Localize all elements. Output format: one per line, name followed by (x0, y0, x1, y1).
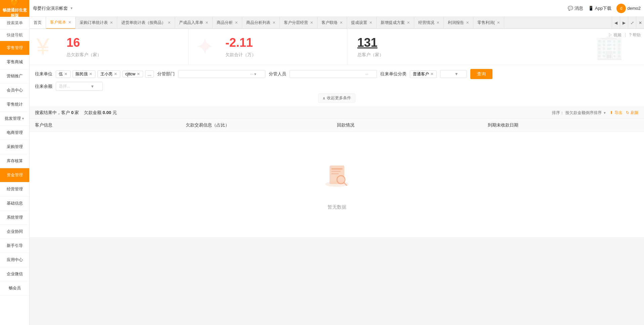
sidebar-logo: 🧡 畅捷通好生意 标版 (0, 0, 29, 17)
balance-filter-select[interactable]: 选择... ▼ (56, 82, 103, 91)
sidebar-item-purchase-mgmt[interactable]: 采购管理 (0, 140, 29, 154)
sort-value: 按欠款金额倒序排序 (565, 110, 602, 116)
user-name: demo2 (627, 6, 641, 11)
sidebar-item-enterprise-coop[interactable]: 企业协同 (0, 225, 29, 239)
tab-product-analysis-list[interactable]: 商品分析列表 ✕ (242, 17, 280, 29)
sidebar-item-app-center[interactable]: 应用中心 (0, 253, 29, 267)
table-header-due-date: 到期未收款日期 (488, 122, 639, 128)
empty-text-label: 暂无数据 (328, 204, 346, 210)
sidebar-quick-nav[interactable]: 快捷导航 (0, 30, 29, 41)
sidebar-item-ops-mgmt[interactable]: 经营管理 (0, 182, 29, 196)
tabbar-arrows: ◀ ▶ ⤢ ✕ (612, 17, 644, 29)
export-icon: ⬆ (610, 110, 613, 115)
filter-tags-more[interactable]: ... (145, 70, 154, 78)
sidebar-item-vip-member[interactable]: 畅会员 (0, 281, 29, 295)
sidebar-item-retail-mgmt[interactable]: 零售管理 (0, 41, 29, 55)
help-btn[interactable]: ? 帮助 (629, 32, 641, 38)
tag-wang-close[interactable]: ✕ (114, 72, 117, 76)
tab-raise-settings[interactable]: 提成设置 ✕ (347, 17, 377, 29)
dept-filter-dropdown[interactable]: ··· ▼ (178, 70, 265, 78)
results-debt-value: 0.00 (103, 110, 111, 115)
video-btn[interactable]: ▷ 视频 (608, 32, 621, 38)
tag-wu-label: 伍 (59, 71, 63, 77)
tab-close-raise-settings[interactable]: ✕ (369, 21, 372, 25)
sidebar-item-retail-mall[interactable]: 零售商城 (0, 55, 29, 69)
tab-product-inbound[interactable]: 产成品入库单 ✕ (175, 17, 213, 29)
tab-stock-stats[interactable]: 进货单统计表（按商品） ✕ (117, 17, 175, 29)
sidebar-item-finance-mgmt[interactable]: 资金管理 (0, 168, 29, 182)
sidebar-item-enterprise-wechat[interactable]: 企业微信 (0, 267, 29, 281)
person-filter-dropdown[interactable]: ··· (290, 70, 377, 78)
stat-card-right: 🏢 131 总客户（家） ▷ 视频 | ? 帮助 (347, 29, 644, 65)
sidebar-item-new-guide[interactable]: 新手引导 (0, 239, 29, 253)
tab-close-purchase-order[interactable]: ✕ (110, 21, 113, 25)
app-download-btn[interactable]: 📱 App下载 (588, 5, 611, 11)
sidebar-search-menu[interactable]: 搜索菜单 (0, 17, 29, 30)
tab-product-analysis[interactable]: 商品分析 ✕ (213, 17, 242, 29)
tab-close-product-analysis[interactable]: ✕ (235, 21, 238, 25)
demo-selector[interactable]: 母婴行业演示帐套 ▼ (33, 5, 73, 11)
tab-home-label: 首页 (34, 20, 42, 26)
tab-close-customer-book[interactable]: ✕ (68, 20, 71, 25)
tag-normal-customer-close[interactable]: ✕ (430, 72, 434, 76)
tag-normal-customer-label: 普通客户 (413, 71, 429, 77)
customers-bg-icon: ¥ (36, 33, 49, 60)
tab-customer-tier[interactable]: 客户分层经营 ✕ (280, 17, 317, 29)
tag-wu-close[interactable]: ✕ (64, 72, 68, 76)
user-menu[interactable]: d demo2 (616, 4, 641, 13)
query-button[interactable]: 查询 (470, 69, 492, 79)
tab-close-new-raise-plan[interactable]: ✕ (407, 21, 410, 25)
total-customers-right-label: 总客户（家） (357, 52, 634, 58)
tab-close-stock-stats[interactable]: ✕ (168, 21, 171, 25)
sidebar-item-inventory[interactable]: 库存核算 (0, 154, 29, 168)
tab-expand[interactable]: ⤢ (628, 17, 636, 29)
tab-profit-report[interactable]: 利润报告 ✕ (444, 17, 473, 29)
table-header-customer-info: 客户信息 (35, 122, 186, 128)
filter-tag-wu: 伍 ✕ (56, 70, 71, 78)
tab-new-raise-plan[interactable]: 新增提成方案 ✕ (377, 17, 414, 29)
topbar-right: 💬 消息 📱 App下载 d demo2 (568, 4, 641, 13)
tab-close-product-inbound[interactable]: ✕ (205, 21, 208, 25)
main-area: 母婴行业演示帐套 ▼ 💬 消息 📱 App下载 d demo2 首页 客户账本 … (30, 0, 644, 325)
chevron-down-icon: ▼ (22, 117, 25, 120)
tab-customer-contact[interactable]: 客户联络 ✕ (317, 17, 347, 29)
tab-close-business-situation[interactable]: ✕ (436, 21, 439, 25)
tab-purchase-order[interactable]: 采购订单统计表 ✕ (76, 17, 117, 29)
sidebar-item-retail-stats[interactable]: 零售统计 (0, 98, 29, 112)
export-label: 导出 (614, 110, 622, 116)
tab-home[interactable]: 首页 (30, 17, 46, 29)
tab-close-profit-report[interactable]: ✕ (466, 21, 469, 25)
tab-close-retail-profit[interactable]: ✕ (497, 21, 500, 25)
sidebar-item-basic-info[interactable]: 基础信息 (0, 196, 29, 211)
tab-close-product-analysis-list[interactable]: ✕ (272, 21, 275, 25)
tab-scroll-left[interactable]: ◀ (612, 17, 620, 29)
message-btn[interactable]: 💬 消息 (568, 5, 583, 11)
sidebar-item-system-mgmt[interactable]: 系统管理 (0, 211, 29, 225)
sidebar-item-ecommerce[interactable]: 电商管理 (0, 126, 29, 140)
tab-close-customer-tier[interactable]: ✕ (310, 21, 313, 25)
tag-chen-close[interactable]: ✕ (89, 72, 92, 76)
chevron-down-icon-dept: ▼ (254, 72, 257, 76)
stat-card-debt: ✦ -2.11 欠款合计（万） (188, 29, 347, 65)
app-download-label: App下载 (595, 5, 611, 11)
tag-wang-label: 王小亮 (100, 71, 113, 77)
tab-close-customer-contact[interactable]: ✕ (340, 21, 343, 25)
tag-cjttcw-close[interactable]: ✕ (137, 72, 140, 76)
export-btn[interactable]: ⬆ 导出 (610, 110, 622, 116)
tab-scroll-right[interactable]: ▶ (620, 17, 628, 29)
collapse-btn[interactable]: ∧ 收起更多条件 (318, 94, 355, 103)
sidebar-item-member-center[interactable]: 会员中心 (0, 83, 29, 98)
sidebar-item-wholesale-mgmt[interactable]: 批发管理 ▼ (0, 112, 29, 126)
tab-close-all[interactable]: ✕ (636, 17, 644, 29)
tab-customer-book[interactable]: 客户账本 ✕ (46, 17, 76, 29)
svg-rect-2 (331, 168, 343, 170)
tab-customer-contact-label: 客户联络 (321, 20, 338, 26)
sort-select[interactable]: 排序： 按欠款金额倒序排序 ▼ (552, 110, 606, 116)
tab-business-situation[interactable]: 经营情况 ✕ (414, 17, 444, 29)
unit-class-select[interactable]: ▼ (440, 70, 467, 78)
tab-retail-profit[interactable]: 零售利润( ✕ (473, 17, 504, 29)
sidebar-item-marketing[interactable]: 营销推广 (0, 69, 29, 83)
sidebar-item-label: 批发管理 (5, 116, 21, 121)
results-bar: 搜索结果中，客户 0 家 欠款金额 0.00 元 排序： 按欠款金额倒序排序 ▼… (30, 107, 644, 119)
refresh-btn[interactable]: ↻ 刷新 (626, 110, 639, 116)
